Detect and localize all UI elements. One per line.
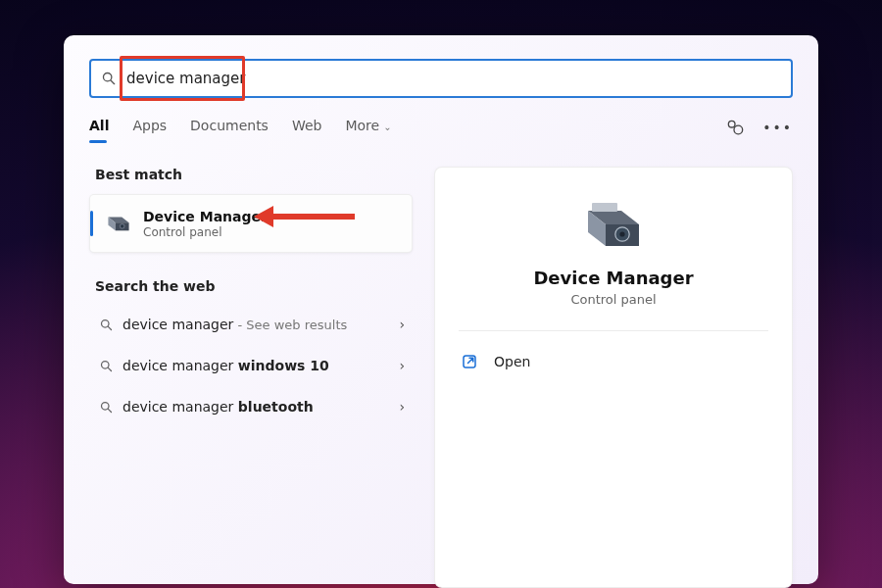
web-result[interactable]: device manager - See web results › <box>89 304 413 345</box>
svg-point-8 <box>122 225 123 227</box>
svg-point-13 <box>102 402 110 410</box>
search-input[interactable] <box>121 70 781 87</box>
tab-documents[interactable]: Documents <box>190 118 269 137</box>
open-action[interactable]: Open <box>459 353 768 370</box>
best-match-subtitle: Control panel <box>143 225 268 239</box>
svg-point-11 <box>102 361 110 368</box>
search-icon <box>99 359 122 373</box>
preview-pane: Device Manager Control panel Open <box>434 167 793 588</box>
best-match-title: Device Manager <box>143 209 268 224</box>
web-result[interactable]: device manager bluetooth › <box>89 386 413 427</box>
svg-point-19 <box>619 231 624 236</box>
open-external-icon <box>461 353 478 370</box>
search-icon <box>99 400 122 415</box>
search-settings-icon[interactable] <box>725 118 745 137</box>
tab-apps[interactable]: Apps <box>132 118 167 137</box>
svg-line-10 <box>108 326 111 329</box>
svg-line-14 <box>108 409 111 412</box>
device-manager-icon <box>582 197 645 250</box>
web-result[interactable]: device manager windows 10 › <box>89 345 413 386</box>
chevron-right-icon: › <box>399 399 405 415</box>
open-label: Open <box>494 354 530 369</box>
svg-line-12 <box>108 368 111 370</box>
svg-point-3 <box>734 125 743 134</box>
search-icon <box>101 71 121 86</box>
svg-line-1 <box>111 80 115 84</box>
svg-point-2 <box>729 121 736 127</box>
chevron-right-icon: › <box>399 358 405 373</box>
chevron-right-icon: › <box>399 317 405 332</box>
tab-more[interactable]: More⌄ <box>345 118 391 137</box>
filter-tabs-row: All Apps Documents Web More⌄ ••• <box>89 112 793 143</box>
best-match-result[interactable]: Device Manager Control panel <box>89 194 413 253</box>
chevron-down-icon: ⌄ <box>383 122 391 132</box>
search-icon <box>99 318 122 332</box>
more-options-icon[interactable]: ••• <box>762 120 793 135</box>
preview-title: Device Manager <box>533 268 693 288</box>
svg-point-9 <box>102 319 110 327</box>
search-panel: All Apps Documents Web More⌄ ••• Best ma… <box>64 35 818 584</box>
preview-subtitle: Control panel <box>570 292 656 307</box>
best-match-header: Best match <box>89 167 413 182</box>
tab-web[interactable]: Web <box>292 118 322 137</box>
tab-all[interactable]: All <box>89 118 109 137</box>
search-bar[interactable] <box>89 59 793 98</box>
results-column: Best match Device Manager Control panel … <box>89 167 413 588</box>
annotation-arrow <box>271 214 355 220</box>
svg-rect-20 <box>592 203 617 212</box>
search-web-header: Search the web <box>89 278 413 294</box>
device-manager-icon <box>106 211 131 236</box>
